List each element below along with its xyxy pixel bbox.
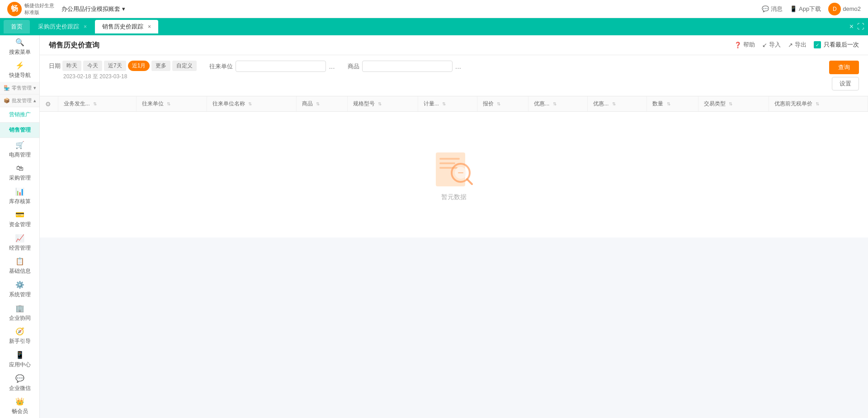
sidebar-item-wholesale[interactable]: 📦 批发管理 ▴ (0, 95, 39, 107)
guide-icon: 🧭 (15, 327, 24, 336)
page-header: 销售历史价查询 ❓ 帮助 ↙ 导入 ↗ 导出 ✓ 只看最后一次 (40, 35, 868, 55)
th-quoted-price[interactable]: 报价 ⇅ (477, 96, 528, 112)
sort-icon-discount1: ⇅ (553, 101, 557, 106)
goods-label: 商品 (348, 62, 359, 71)
settings-gear-icon[interactable]: ⚙ (45, 100, 51, 108)
th-pretax-price[interactable]: 优惠前无税单价 ⇅ (769, 96, 868, 112)
top-bar: 畅 畅捷信好生意 标准版 办公用品行业模拟账套 ▾ 💬 消息 📱 App下载 D… (0, 0, 868, 18)
avatar: D (828, 3, 841, 15)
messages-button[interactable]: 💬 消息 (762, 5, 783, 13)
close-tab-action[interactable]: × (849, 23, 854, 31)
chevron-down-icon: ▾ (33, 85, 36, 91)
date-btn-1month[interactable]: 近1月 (128, 61, 150, 71)
ecommerce-icon: 🛒 (15, 141, 24, 149)
sort-icon-unit: ⇅ (442, 101, 446, 106)
svg-rect-3 (439, 167, 458, 169)
goods-input[interactable] (362, 61, 453, 72)
empty-state-icon (427, 148, 481, 193)
chevron-up-icon: ▴ (33, 98, 36, 104)
th-discount2[interactable]: 优惠... ⇅ (588, 96, 647, 112)
shortcut-icon: ⚡ (15, 61, 24, 70)
th-business-date[interactable]: 业务发生... ⇅ (58, 96, 136, 112)
filter-area: 日期 昨天 今天 近7天 近1月 更多 自定义 2023-02-18 至 202… (40, 55, 868, 96)
date-btn-7days[interactable]: 近7天 (104, 61, 126, 71)
search-icon: 🔍 (15, 38, 24, 47)
tab-sales-history-close[interactable]: × (148, 24, 151, 30)
sidebar-item-purchase[interactable]: 🛍 采购管理 (0, 162, 39, 185)
sidebar-item-apps[interactable]: 📱 应用中心 (0, 348, 39, 371)
tab-home-label: 首页 (11, 23, 23, 31)
operation-icon: 📈 (15, 234, 24, 242)
th-settings: ⚙ (40, 96, 58, 112)
tab-purchase-history-close[interactable]: × (84, 24, 87, 30)
app-selector[interactable]: 办公用品行业模拟账套 ▾ (58, 3, 129, 15)
help-button[interactable]: ❓ 帮助 (734, 41, 755, 49)
member-icon: 👑 (15, 397, 24, 406)
sidebar-item-operation[interactable]: 📈 经营管理 (0, 231, 39, 255)
date-range: 2023-02-18 至 2023-03-18 (49, 73, 197, 81)
sidebar: 🔍 搜索菜单 ⚡ 快捷导航 🏪 零售管理 ▾ 📦 批发管理 ▴ 营销推广 销售管… (0, 35, 40, 418)
sidebar-item-ecommerce[interactable]: 🛒 电商管理 (0, 138, 39, 162)
basic-icon: 📋 (15, 257, 24, 266)
apps-icon: 📱 (15, 351, 24, 359)
app-download-button[interactable]: 📱 App下载 (790, 5, 821, 13)
finance-icon: 💳 (15, 210, 24, 219)
sort-icon-partner-name: ⇅ (248, 101, 252, 106)
svg-rect-1 (439, 158, 460, 160)
maximize-action[interactable]: ⛶ (857, 23, 864, 31)
message-icon: 💬 (762, 5, 769, 12)
customer-label: 往来单位 (209, 62, 233, 71)
purchase-icon: 🛍 (16, 164, 24, 172)
th-trade-type[interactable]: 交易类型 ⇅ (698, 96, 769, 112)
sidebar-item-system[interactable]: ⚙️ 系统管理 (0, 278, 39, 301)
date-btn-yesterday[interactable]: 昨天 (62, 61, 81, 71)
sort-icon-pretax-price: ⇅ (816, 101, 819, 106)
sort-icon-spec: ⇅ (378, 101, 382, 106)
setting-button[interactable]: 设置 (832, 77, 859, 90)
logo-text: 畅捷信好生意 标准版 (24, 2, 54, 15)
sidebar-item-member[interactable]: 👑 畅会员 (0, 394, 39, 418)
query-button[interactable]: 查询 (829, 61, 859, 74)
goods-dots-button[interactable]: ... (455, 62, 461, 71)
sidebar-item-enterprise[interactable]: 🏢 企业协同 (0, 301, 39, 325)
empty-text: 暂元数据 (441, 193, 467, 201)
export-icon: ↗ (788, 42, 793, 48)
sidebar-item-finance[interactable]: 💳 资金管理 (0, 208, 39, 231)
sidebar-item-search[interactable]: 🔍 搜索菜单 (0, 35, 39, 59)
date-btn-custom[interactable]: 自定义 (172, 61, 197, 71)
sort-icon-quantity: ⇅ (667, 101, 670, 106)
sidebar-item-shortcut[interactable]: ⚡ 快捷导航 (0, 59, 39, 82)
user-profile[interactable]: D demo2 (828, 3, 861, 15)
th-goods[interactable]: 商品 ⇅ (296, 96, 347, 112)
import-button[interactable]: ↙ 导入 (762, 41, 781, 49)
sidebar-item-basic[interactable]: 📋 基础信息 (0, 255, 39, 278)
tab-purchase-history[interactable]: 采购历史价跟踪 × (31, 20, 94, 33)
date-btn-more[interactable]: 更多 (151, 61, 170, 71)
download-icon: 📱 (790, 5, 797, 12)
th-discount1[interactable]: 优惠... ⇅ (528, 96, 588, 112)
export-button[interactable]: ↗ 导出 (788, 41, 807, 49)
date-btn-today[interactable]: 今天 (83, 61, 102, 71)
th-unit[interactable]: 计量... ⇅ (418, 96, 477, 112)
retail-icon: 🏪 (4, 85, 10, 91)
only-last-checkbox[interactable]: ✓ 只看最后一次 (814, 41, 859, 49)
sidebar-item-wechat[interactable]: 💬 企业微信 (0, 371, 39, 395)
th-spec[interactable]: 规格型号 ⇅ (348, 96, 418, 112)
th-quantity[interactable]: 数量 ⇅ (647, 96, 698, 112)
th-partner-name[interactable]: 往来单位名称 ⇅ (207, 96, 296, 112)
sidebar-item-guide[interactable]: 🧭 新手引导 (0, 324, 39, 348)
system-icon: ⚙️ (15, 280, 24, 289)
sidebar-item-inventory[interactable]: 📊 库存核算 (0, 185, 39, 208)
tab-sales-history[interactable]: 销售历史价跟踪 × (95, 20, 158, 33)
customer-dots-button[interactable]: ... (329, 62, 335, 71)
tab-home[interactable]: 首页 (4, 20, 30, 33)
sidebar-item-retail[interactable]: 🏪 零售管理 ▾ (0, 82, 39, 95)
customer-input[interactable] (236, 61, 326, 72)
checkbox-icon: ✓ (814, 41, 821, 48)
th-partner-code[interactable]: 往来单位 ⇅ (136, 96, 207, 112)
sidebar-item-sales[interactable]: 销售管理 (0, 123, 39, 138)
sort-icon-trade-type: ⇅ (729, 101, 732, 106)
svg-rect-2 (439, 162, 455, 164)
sidebar-item-marketing[interactable]: 营销推广 (0, 107, 39, 123)
sort-icon-goods: ⇅ (316, 101, 320, 106)
